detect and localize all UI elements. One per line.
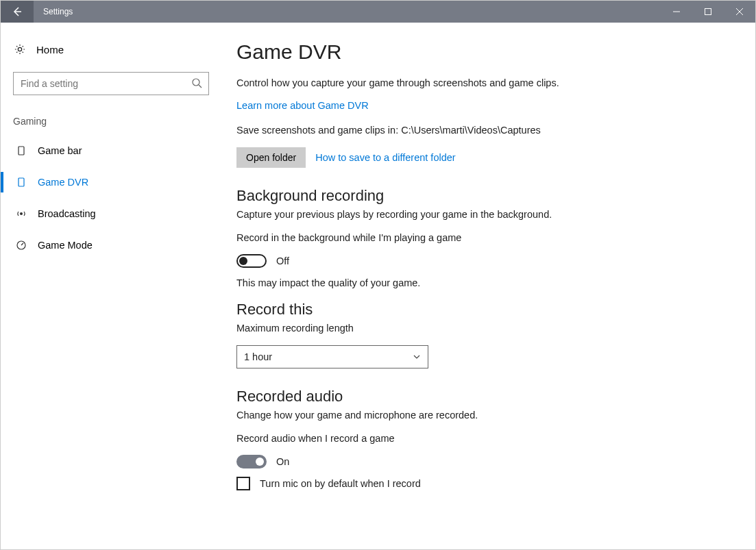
maximize-button[interactable] xyxy=(692,1,724,23)
toggle-knob xyxy=(256,458,264,466)
search-icon xyxy=(191,77,202,88)
recorded-audio-desc: Change how your game and microphone are … xyxy=(236,408,564,422)
sidebar-item-label: Broadcasting xyxy=(38,208,96,219)
page-title: Game DVR xyxy=(236,40,564,64)
save-path-text: Save screenshots and game clips in: C:\U… xyxy=(236,123,564,137)
toggle-knob xyxy=(239,257,247,265)
gauge-icon xyxy=(16,240,27,251)
svg-point-2 xyxy=(193,79,199,86)
maximize-icon xyxy=(704,8,712,16)
content-pane: Game DVR Control how you capture your ga… xyxy=(221,23,592,549)
svg-point-1 xyxy=(18,47,21,51)
gear-icon xyxy=(14,43,25,55)
sidebar: Home Gaming Game bar Game DVR Broadcasti… xyxy=(1,23,221,549)
sidebar-item-broadcasting[interactable]: Broadcasting xyxy=(13,198,209,229)
svg-rect-0 xyxy=(705,9,711,15)
mic-default-checkbox[interactable] xyxy=(236,477,250,490)
minimize-button[interactable] xyxy=(661,1,692,23)
record-this-heading: Record this xyxy=(236,301,564,318)
sidebar-item-game-dvr[interactable]: Game DVR xyxy=(13,166,209,198)
svg-rect-4 xyxy=(19,178,24,186)
chevron-down-icon xyxy=(413,353,421,361)
learn-more-link[interactable]: Learn more about Game DVR xyxy=(236,100,369,111)
bg-record-toggle[interactable] xyxy=(236,254,267,268)
recorded-audio-heading: Recorded audio xyxy=(236,388,564,405)
page-intro: Control how you capture your game throug… xyxy=(236,76,564,90)
search-box[interactable] xyxy=(13,72,209,95)
close-icon xyxy=(735,8,744,16)
audio-toggle-state: On xyxy=(276,456,289,467)
bg-toggle-label: Record in the background while I'm playi… xyxy=(236,231,564,245)
close-button[interactable] xyxy=(724,1,755,23)
bg-recording-desc: Capture your previous plays by recording… xyxy=(236,208,564,221)
arrow-left-icon xyxy=(12,6,23,17)
monitor-icon xyxy=(16,146,27,155)
dropdown-value: 1 hour xyxy=(244,351,272,362)
bg-impact-text: This may impact the quality of your game… xyxy=(236,276,564,290)
max-length-label: Maximum recording length xyxy=(236,321,564,335)
back-button[interactable] xyxy=(1,1,34,23)
home-link[interactable]: Home xyxy=(14,43,209,55)
svg-point-5 xyxy=(20,212,23,215)
home-label: Home xyxy=(36,44,64,55)
group-heading: Gaming xyxy=(13,116,209,127)
window-title: Settings xyxy=(34,7,661,16)
audio-toggle-label: Record audio when I record a game xyxy=(236,432,564,445)
sidebar-item-game-mode[interactable]: Game Mode xyxy=(13,229,209,261)
minimize-icon xyxy=(672,8,681,16)
sidebar-item-game-bar[interactable]: Game bar xyxy=(13,135,209,166)
broadcast-icon xyxy=(16,209,27,218)
mic-checkbox-label: Turn mic on by default when I record xyxy=(260,478,421,489)
bg-recording-heading: Background recording xyxy=(236,187,564,205)
svg-rect-3 xyxy=(19,147,24,155)
sidebar-item-label: Game Mode xyxy=(38,240,93,251)
search-input[interactable] xyxy=(13,72,209,95)
open-folder-button[interactable]: Open folder xyxy=(236,147,306,168)
dvr-icon xyxy=(16,177,27,187)
max-length-dropdown[interactable]: 1 hour xyxy=(236,345,428,368)
how-to-save-link[interactable]: How to save to a different folder xyxy=(315,152,455,163)
title-bar: Settings xyxy=(1,1,755,23)
bg-toggle-state: Off xyxy=(276,255,289,266)
record-audio-toggle[interactable] xyxy=(236,455,267,468)
sidebar-item-label: Game DVR xyxy=(38,177,88,188)
sidebar-item-label: Game bar xyxy=(38,145,82,156)
